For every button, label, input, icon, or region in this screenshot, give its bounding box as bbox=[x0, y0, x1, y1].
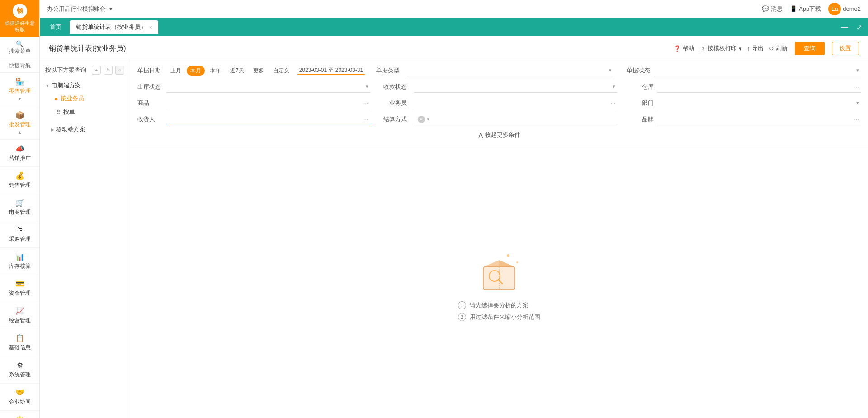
empty-hints: 1 请先选择要分析的方案 2 用过滤条件来缩小分析范围 bbox=[458, 301, 540, 321]
date-tab-last-month[interactable]: 上月 bbox=[167, 66, 185, 76]
wholesale-icon: 📦 bbox=[15, 111, 24, 119]
receiver-input[interactable]: ··· bbox=[167, 114, 370, 125]
out-status-input[interactable]: ▾ bbox=[167, 81, 370, 93]
message-button[interactable]: 💬 消息 bbox=[762, 5, 783, 13]
product-input[interactable]: ··· bbox=[167, 97, 370, 109]
logo-icon: 畅 bbox=[13, 4, 27, 18]
sidebar-item-label: 零售管理 bbox=[9, 87, 31, 95]
scheme-icons: + ✎ « bbox=[92, 66, 124, 75]
sidebar-item-label: 电商管理 bbox=[9, 209, 31, 216]
sidebar-item-basic[interactable]: 📋 基础信息 bbox=[0, 329, 39, 356]
user-profile[interactable]: Ea demo2 bbox=[828, 3, 861, 15]
doc-type-arrow-icon: ▾ bbox=[609, 67, 612, 73]
export-button[interactable]: ↑ 导出 bbox=[747, 44, 764, 52]
add-icon: + bbox=[95, 67, 98, 73]
date-tab-this-year[interactable]: 本年 bbox=[207, 66, 225, 76]
query-button[interactable]: 查询 bbox=[795, 42, 825, 55]
group-expand-icon: ▼ bbox=[45, 83, 50, 88]
payment-status-input[interactable]: ▾ bbox=[414, 81, 618, 93]
logo[interactable]: 畅 畅捷通好生意 标版 bbox=[0, 0, 39, 37]
app-download-button[interactable]: 📱 App下载 bbox=[790, 5, 821, 13]
setting-button[interactable]: 设置 bbox=[832, 42, 859, 55]
mobile-group-label: 移动端方案 bbox=[56, 125, 85, 133]
brand-input[interactable]: ··· bbox=[657, 114, 861, 125]
salesperson-dots-icon: ··· bbox=[611, 100, 616, 106]
scheme-edit-button[interactable]: ✎ bbox=[104, 66, 113, 75]
svg-point-6 bbox=[516, 261, 518, 263]
quick-nav-item[interactable]: 快捷导航 bbox=[0, 59, 39, 73]
sidebar-item-system[interactable]: ⚙ 系统管理 bbox=[0, 356, 39, 384]
scheme-item-salesperson[interactable]: ● 按业务员 bbox=[40, 92, 130, 105]
sidebar-item-sales[interactable]: 💰 销售管理 bbox=[0, 167, 39, 194]
sidebar-item-purchase[interactable]: 🛍 采购管理 bbox=[0, 221, 39, 248]
department-input[interactable]: ▾ bbox=[657, 97, 861, 109]
hint-num-1: 1 bbox=[458, 301, 466, 309]
tab-minimize-button[interactable]: — bbox=[839, 22, 850, 33]
collapse-filters-button[interactable]: ⋀ 收起更多条件 bbox=[137, 128, 861, 142]
date-tab-custom[interactable]: 自定义 bbox=[269, 66, 293, 76]
hint-text-2: 用过滤条件来缩小分析范围 bbox=[470, 313, 540, 321]
collapse-label: 收起更多条件 bbox=[485, 131, 520, 139]
template-print-button[interactable]: 🖨 按模板打印 ▾ bbox=[700, 44, 742, 52]
avatar-text: Ea bbox=[831, 6, 838, 12]
sidebar-item-retail[interactable]: 🏪 零售管理 ▼ bbox=[0, 73, 39, 106]
payment-status-label: 收款状态 bbox=[377, 83, 407, 91]
sidebar-item-inventory[interactable]: 📊 库存核算 bbox=[0, 248, 39, 275]
salesperson-label: 业务员 bbox=[377, 99, 407, 107]
settlement-input[interactable]: × ▾ bbox=[414, 114, 618, 125]
scheme-group-desktop-header[interactable]: ▼ 电脑端方案 bbox=[40, 79, 130, 92]
doc-type-input[interactable]: ▾ bbox=[407, 65, 614, 76]
warehouse-label: 仓库 bbox=[624, 83, 654, 91]
doc-status-input[interactable]: ▾ bbox=[654, 65, 861, 76]
scheme-add-button[interactable]: + bbox=[92, 66, 101, 75]
date-tabs-container: 上月 本月 本年 近7天 更多 自定义 2023-03-01 至 2023-03… bbox=[167, 66, 370, 76]
payment-status-arrow-icon: ▾ bbox=[613, 84, 615, 90]
product-dots-icon: ··· bbox=[363, 100, 368, 106]
user-name: demo2 bbox=[843, 5, 861, 12]
message-label: 消息 bbox=[771, 5, 783, 13]
tab-sales-stats[interactable]: 销货单统计表（按业务员） × bbox=[70, 20, 158, 34]
sidebar-item-label: 销售管理 bbox=[9, 181, 31, 189]
refresh-button[interactable]: ↺ 刷新 bbox=[769, 44, 788, 52]
warehouse-input[interactable]: ··· bbox=[657, 81, 861, 93]
date-tab-more[interactable]: 更多 bbox=[250, 66, 268, 76]
tab-label: 销货单统计表（按业务员） bbox=[76, 23, 146, 31]
scheme-group-mobile-header[interactable]: ▶ 移动端方案 bbox=[40, 123, 130, 136]
sidebar-item-marketing[interactable]: 📣 营销推广 bbox=[0, 140, 39, 167]
scheme-panel: 按以下方案查询 + ✎ « ▼ bbox=[40, 59, 130, 418]
collapse-icon: « bbox=[118, 67, 121, 73]
scheme-collapse-button[interactable]: « bbox=[115, 66, 124, 75]
search-menu-item[interactable]: 🔍 搜索菜单 bbox=[0, 37, 39, 59]
tab-close-icon[interactable]: × bbox=[149, 24, 152, 30]
filter-area: 单据日期 上月 本月 本年 近7天 更多 自定义 2023-03-01 至 20… bbox=[130, 59, 868, 147]
sidebar-item-enterprise[interactable]: 🤝 企业协同 bbox=[0, 384, 39, 411]
sidebar: 畅 畅捷通好生意 标版 🔍 搜索菜单 快捷导航 🏪 零售管理 ▼ 📦 批发管理 … bbox=[0, 0, 40, 418]
settlement-clear-button[interactable]: × bbox=[418, 116, 425, 123]
date-tab-this-month[interactable]: 本月 bbox=[187, 66, 205, 76]
logo-text: 畅捷通好生意 标版 bbox=[2, 20, 38, 33]
scheme-header: 按以下方案查询 + ✎ « bbox=[40, 63, 130, 77]
tabs-bar: 首页 销货单统计表（按业务员） × — ⤢ bbox=[40, 18, 868, 36]
tab-maximize-button[interactable]: ⤢ bbox=[854, 22, 864, 33]
filter-row-2: 出库状态 ▾ 收款状态 ▾ 仓库 ··· bbox=[137, 81, 861, 93]
chevron-up-icon: ▲ bbox=[18, 130, 22, 135]
main-area: 办公用品行业模拟账套 ▾ 💬 消息 📱 App下载 Ea demo2 首页 bbox=[40, 0, 868, 418]
retail-icon: 🏪 bbox=[15, 77, 24, 86]
sidebar-item-ecommerce[interactable]: 🛒 电商管理 bbox=[0, 194, 39, 221]
salesperson-input[interactable]: ··· bbox=[414, 97, 618, 109]
out-status-arrow-icon: ▾ bbox=[366, 84, 368, 90]
svg-marker-1 bbox=[483, 260, 499, 267]
help-button[interactable]: ❓ 帮助 bbox=[674, 44, 694, 52]
sidebar-item-finance[interactable]: 💳 资金管理 bbox=[0, 275, 39, 302]
sidebar-item-operations[interactable]: 📈 经营管理 bbox=[0, 302, 39, 329]
active-scheme-icon: ● bbox=[54, 95, 58, 102]
date-tab-7days[interactable]: 近7天 bbox=[226, 66, 248, 76]
breadcrumb-arrow[interactable]: ▾ bbox=[109, 5, 113, 12]
template-print-label: 按模板打印 bbox=[708, 44, 737, 52]
sidebar-item-newbie[interactable]: 🌟 新手引导 bbox=[0, 411, 39, 418]
sidebar-item-wholesale[interactable]: 📦 批发管理 ▲ bbox=[0, 106, 39, 140]
receiver-label: 收货人 bbox=[137, 115, 167, 124]
scheme-item-doc[interactable]: ⠿ 按单 bbox=[40, 105, 130, 119]
tab-home[interactable]: 首页 bbox=[43, 20, 68, 34]
sidebar-item-label: 系统管理 bbox=[9, 371, 31, 379]
